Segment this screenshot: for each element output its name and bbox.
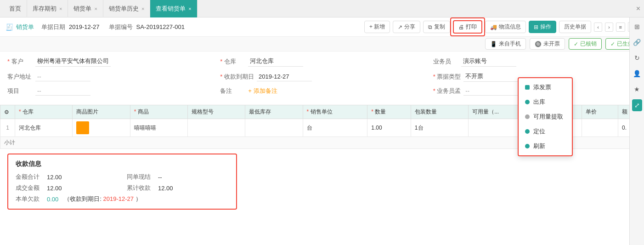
product-image (76, 121, 89, 134)
cumulative-value: 12.00 (158, 185, 173, 192)
not-open-button[interactable]: 🔘 未开票 (530, 38, 565, 50)
amount-value: 12.00 (47, 174, 62, 181)
copy-icon: ⧉ (428, 24, 432, 30)
row-unit-price (582, 119, 618, 137)
customer-field: 客户 柳州粤港平安气体有限公司 (7, 56, 211, 67)
confirmed-button[interactable]: ✓ 已核销 (569, 38, 602, 50)
row-num: 1 (0, 119, 15, 137)
due-date-value: 2019-12-27 (103, 195, 134, 202)
close-inventory-tab[interactable]: × (59, 6, 62, 11)
share-button[interactable]: ↗ 分享 (393, 21, 420, 33)
row-sales-unit: 台 (303, 119, 367, 137)
doc-date-value: 2019-12-27 (69, 23, 100, 30)
add-note-button[interactable]: + 添加备注 (248, 87, 277, 95)
star-sidebar-icon[interactable]: ★ (632, 84, 642, 95)
tab-sales-history[interactable]: 销货单历史 × (103, 0, 150, 17)
deal-amount-value: 12.00 (47, 185, 62, 192)
same-order-value: -- (158, 174, 162, 181)
staff2-value[interactable]: -- (463, 86, 519, 96)
project-value[interactable]: -- (35, 86, 90, 96)
tab-home[interactable]: 首页 (4, 0, 27, 17)
grid-sidebar-icon[interactable]: ⊞ (633, 21, 642, 32)
print-wrapper: 🖨 打印 (453, 20, 482, 34)
warehouse-field: 仓库 河北仓库 (220, 56, 424, 67)
main-content: 🧾 销货单 单据日期 2019-12-27 单据编号 SA-20191227-0… (0, 17, 644, 245)
warehouse-item[interactable]: 出库 (519, 95, 572, 109)
address-value[interactable]: -- (35, 72, 90, 81)
arrears-value: 0.00 (47, 196, 58, 203)
col-warehouse: 仓库 (15, 105, 73, 119)
staff-value: 演示账号 (461, 56, 516, 67)
tab-view-sales[interactable]: 查看销货单 × (150, 0, 197, 17)
row-warehouse: 河北仓库 (15, 119, 73, 137)
col-min-stock: 最低库存 (245, 105, 303, 119)
user-sidebar-icon[interactable]: 👤 (631, 68, 643, 79)
print-button[interactable]: 🖨 打印 (453, 20, 482, 34)
quantity-item[interactable]: 可用量提取 (519, 109, 572, 124)
doc-number-field: 单据编号 SA-20191227-001 (109, 23, 185, 31)
row-spec (187, 119, 245, 137)
close-sales-history-tab[interactable]: × (141, 6, 144, 11)
add-invoice-icon (525, 85, 530, 90)
col-pack-qty: 包装数量 (411, 105, 468, 119)
link-sidebar-icon[interactable]: 🔗 (631, 37, 643, 48)
doc-number-value: SA-20191227-001 (136, 23, 185, 30)
close-sales-tab[interactable]: × (94, 6, 97, 11)
doc-title: 🧾 销货单 (6, 23, 34, 31)
row-min-stock (245, 119, 303, 137)
payment-date-field: 收款到期日 2019-12-27 (220, 72, 424, 81)
tab-inventory[interactable]: 库存期初 × (27, 0, 68, 17)
amount-row: 金额合计 12.00 (16, 173, 118, 181)
locate-icon (525, 129, 530, 134)
grid-icon: ⊞ (534, 24, 538, 30)
warehouse-icon (525, 100, 530, 104)
operation-dropdown: 添发票 出库 可用量提取 定位 刷新 (518, 77, 573, 156)
doc-header: 🧾 销货单 单据日期 2019-12-27 单据编号 SA-20191227-0… (0, 17, 644, 37)
deal-amount-row: 成交金额 12.00 (16, 184, 118, 192)
expand-sidebar-icon[interactable]: ⤢ (632, 99, 642, 111)
window-close-button[interactable]: × (636, 5, 640, 13)
view-list-button[interactable]: ≡ (616, 23, 625, 32)
history-button[interactable]: 历史单据 (559, 21, 591, 33)
tab-sales[interactable]: 销货单 × (68, 0, 103, 17)
payment-info-grid: 金额合计 12.00 同单现结 -- 成交金额 12.00 累计收款 12.00… (16, 173, 229, 203)
refresh-item[interactable]: 刷新 (519, 139, 572, 154)
prev-button[interactable]: ‹ (594, 23, 602, 32)
row-product: 嘻嘻嘻嘻 (130, 119, 187, 137)
payment-info-panel: 收款信息 金额合计 12.00 同单现结 -- 成交金额 12.00 累计收款 … (7, 154, 237, 210)
col-settings[interactable]: ⚙ (0, 105, 15, 119)
note-field: 备注 + 添加备注 (220, 87, 424, 95)
address-field: 客户地址 -- (7, 72, 211, 81)
doc-title-text: 销货单 (16, 23, 34, 31)
ticket-icon: 🔘 (535, 41, 542, 47)
payment-info-title: 收款信息 (16, 160, 229, 168)
col-image: 商品图片 (73, 105, 130, 119)
col-spec: 规格型号 (187, 105, 245, 119)
close-view-sales-tab[interactable]: × (188, 6, 191, 11)
from-phone-button[interactable]: 📱 来自手机 (485, 38, 526, 50)
right-sidebar: ⊞ 🔗 ↻ 👤 ★ ⤢ (629, 17, 644, 245)
row-image (73, 119, 130, 137)
operation-button[interactable]: ⊞ 操作 (529, 21, 556, 33)
row-quantity: 1.00 (367, 119, 411, 137)
ticket-type-value[interactable]: 不开票 (463, 71, 519, 82)
check-icon: ✓ (574, 41, 578, 47)
next-button[interactable]: › (605, 23, 613, 32)
print-icon: 🖨 (458, 24, 464, 30)
sub-toolbar: 📱 来自手机 🔘 未开票 ✓ 已核销 ✓ 已生效 (0, 37, 644, 51)
copy-button[interactable]: ⧉ 复制 (423, 21, 450, 33)
doc-date-field: 单据日期 2019-12-27 (41, 23, 100, 31)
refresh-sidebar-icon[interactable]: ↻ (633, 52, 642, 63)
project-field: 项目 -- (7, 86, 211, 96)
payment-date-value[interactable]: 2019-12-27 (257, 72, 312, 81)
warehouse-value[interactable]: 河北仓库 (248, 56, 303, 67)
customer-value[interactable]: 柳州粤港平安气体有限公司 (35, 56, 111, 67)
locate-item[interactable]: 定位 (519, 124, 572, 139)
col-quantity: 数量 (367, 105, 411, 119)
doc-meta: 单据日期 2019-12-27 单据编号 SA-20191227-001 (41, 23, 185, 31)
truck-icon: 🚚 (490, 24, 497, 30)
add-button[interactable]: + 新增 (364, 21, 390, 33)
form-row-1: 客户 柳州粤港平安气体有限公司 仓库 河北仓库 业务员 演示账号 (7, 56, 637, 67)
logistics-button[interactable]: 🚚 物流信息 (485, 21, 526, 33)
add-invoice-item[interactable]: 添发票 (519, 80, 572, 95)
